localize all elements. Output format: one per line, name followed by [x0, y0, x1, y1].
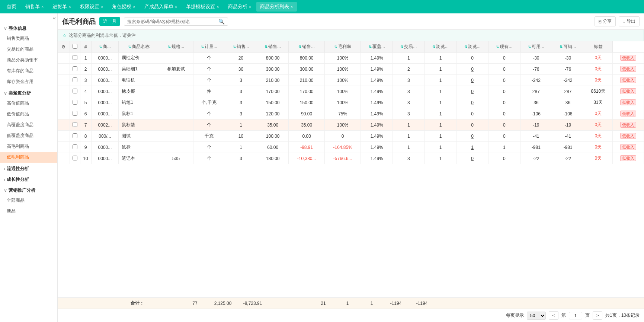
row-name-0[interactable]: 属性定价 — [119, 52, 159, 64]
row-check-9[interactable] — [70, 153, 80, 164]
page-size-select[interactable]: 50 100 200 — [527, 312, 546, 320]
col-trade-header[interactable]: ⇅交易... — [393, 41, 425, 52]
col-margin-header[interactable]: ⇅毛利率 — [324, 41, 361, 52]
search-input[interactable] — [127, 19, 218, 24]
row-checkbox-5[interactable] — [73, 111, 77, 116]
nav-home[interactable]: 首页 — [3, 2, 20, 12]
row-checkbox-9[interactable] — [73, 156, 77, 160]
sidebar-section-marketing[interactable]: ∨ 营销推广分析 — [0, 184, 57, 195]
col-stock-header[interactable]: ⇅现有... — [488, 41, 520, 52]
nav-product-analysis[interactable]: 商品分析× — [224, 2, 255, 12]
nav-permission-close[interactable]: × — [101, 4, 103, 9]
time-filter-button[interactable]: 近一月 — [99, 17, 120, 26]
row-checkbox-3[interactable] — [73, 89, 77, 93]
row-name-5[interactable]: 鼠标1 — [119, 108, 159, 119]
row-check-3[interactable] — [70, 86, 80, 97]
row-browse1-7[interactable]: 0 — [456, 131, 488, 142]
row-name-6[interactable]: 鼠标垫 — [119, 119, 159, 131]
col-qty-header[interactable]: ⇅销售... — [225, 41, 257, 52]
nav-purchase-close[interactable]: × — [68, 4, 71, 9]
row-browse1-8[interactable]: 1 — [456, 142, 488, 153]
col-check-all[interactable] — [70, 41, 80, 52]
sidebar-item-traded-products[interactable]: 交易过的商品 — [0, 44, 57, 55]
sidebar-item-high-margin[interactable]: 高毛利商品 — [0, 141, 57, 152]
col-name-header[interactable]: ⇅商品名称 — [119, 41, 159, 52]
prev-page-btn[interactable]: ＜ — [549, 311, 558, 320]
row-browse1-4[interactable]: 0 — [456, 97, 488, 108]
col-coverage-header[interactable]: ⇅覆盖... — [361, 41, 393, 52]
row-check-5[interactable] — [70, 108, 80, 119]
col-saleable-header[interactable]: ⇅可销... — [552, 41, 584, 52]
nav-template[interactable]: 单据模板设置× — [182, 2, 222, 12]
nav-product-entry-close[interactable]: × — [175, 4, 177, 9]
sidebar-item-low-margin[interactable]: 低毛利商品 — [0, 152, 57, 163]
row-checkbox-8[interactable] — [73, 144, 77, 149]
row-browse1-5[interactable]: 0 — [456, 108, 488, 119]
check-all-checkbox[interactable] — [73, 44, 77, 49]
nav-permission[interactable]: 权限设置× — [76, 2, 107, 12]
row-checkbox-1[interactable] — [73, 66, 77, 71]
col-available-header[interactable]: ⇅可用... — [520, 41, 552, 52]
next-page-btn[interactable]: ＞ — [593, 311, 602, 320]
row-check-6[interactable] — [70, 119, 80, 131]
row-name-3[interactable]: 橡皮擦 — [119, 86, 159, 97]
row-browse1-1[interactable]: 0 — [456, 64, 488, 75]
sidebar-section-growth[interactable]: › 成长性分析 — [0, 173, 57, 184]
nav-purchase[interactable]: 进货单× — [49, 2, 74, 12]
row-checkbox-4[interactable] — [73, 100, 77, 105]
row-browse1-0[interactable]: 0 — [456, 52, 488, 64]
row-name-1[interactable]: 吴细细1 — [119, 64, 159, 75]
row-check-8[interactable] — [70, 142, 80, 153]
nav-product-analysis-list[interactable]: 商品分析列表× — [256, 2, 297, 12]
row-name-4[interactable]: 铅笔1 — [119, 97, 159, 108]
row-check-7[interactable] — [70, 131, 80, 142]
sidebar-item-high-coverage[interactable]: 高覆盖度商品 — [0, 119, 57, 130]
row-browse1-2[interactable]: 0 — [456, 75, 488, 86]
nav-role[interactable]: 角色授权× — [108, 2, 139, 12]
row-name-7[interactable]: 测试 — [119, 131, 159, 142]
sidebar-item-stock-capital[interactable]: 库存资金占用 — [0, 76, 57, 87]
col-settings[interactable]: ⚙ — [58, 41, 70, 52]
nav-template-close[interactable]: × — [217, 4, 219, 9]
sidebar-item-category-sales-rate[interactable]: 商品分类助销率 — [0, 55, 57, 66]
row-check-4[interactable] — [70, 97, 80, 108]
col-spec-header[interactable]: ⇅规格... — [159, 41, 193, 52]
row-check-2[interactable] — [70, 75, 80, 86]
col-code-header[interactable]: ⇅商... — [91, 41, 119, 52]
row-browse1-6[interactable]: 0 — [456, 119, 488, 131]
sidebar-item-all-products[interactable]: 全部商品 — [0, 195, 57, 206]
col-browse2-header[interactable]: ⇅浏览... — [456, 41, 488, 52]
sidebar-section-overview[interactable]: ∨ 整体信息 — [0, 22, 57, 33]
nav-sales[interactable]: 销售单× — [22, 2, 47, 12]
nav-product-analysis-close[interactable]: × — [249, 4, 251, 9]
export-button[interactable]: ↓ 导出 — [619, 16, 640, 26]
share-button[interactable]: ⎘ 分享 — [595, 16, 616, 26]
page-input[interactable] — [569, 312, 582, 319]
col-browse1-header[interactable]: ⇅浏览... — [424, 41, 456, 52]
sidebar-item-new-products[interactable]: 新品 — [0, 206, 57, 217]
sidebar-collapse-btn[interactable]: « — [0, 13, 57, 22]
sidebar-item-low-value[interactable]: 低价值商品 — [0, 109, 57, 119]
sidebar-item-stocked-products[interactable]: 有库存的商品 — [0, 66, 57, 76]
nav-role-close[interactable]: × — [133, 4, 135, 9]
nav-product-entry[interactable]: 产成品入库单× — [141, 2, 181, 12]
row-browse1-9[interactable]: 0 — [456, 153, 488, 164]
row-checkbox-2[interactable] — [73, 77, 77, 82]
nav-product-analysis-list-close[interactable]: × — [291, 4, 293, 9]
sidebar-item-low-coverage[interactable]: 低覆盖度商品 — [0, 130, 57, 141]
sidebar-section-cluster[interactable]: ∨ 类聚度分析 — [0, 87, 57, 98]
col-unit-header[interactable]: ⇅计量... — [193, 41, 225, 52]
col-sales-header[interactable]: ⇅销售... — [289, 41, 324, 52]
row-check-1[interactable] — [70, 64, 80, 75]
row-name-2[interactable]: 电话机 — [119, 75, 159, 86]
sidebar-section-circulation[interactable]: › 流通性分析 — [0, 163, 57, 173]
sidebar-item-sales-products[interactable]: 销售类商品 — [0, 33, 57, 44]
col-price-header[interactable]: ⇅销售... — [257, 41, 289, 52]
row-check-0[interactable] — [70, 52, 80, 64]
sidebar-item-high-value[interactable]: 高价值商品 — [0, 98, 57, 109]
row-checkbox-6[interactable] — [73, 122, 77, 127]
row-checkbox-7[interactable] — [73, 133, 77, 138]
nav-sales-close[interactable]: × — [41, 4, 44, 9]
row-browse1-3[interactable]: 0 — [456, 86, 488, 97]
row-name-9[interactable]: 笔记本 — [119, 153, 159, 164]
